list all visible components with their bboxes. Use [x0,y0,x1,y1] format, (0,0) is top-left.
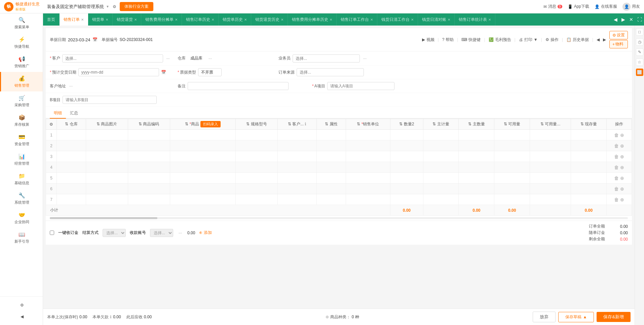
row-2-code[interactable] [128,140,170,151]
th-image-sort[interactable]: ⇅ [97,122,100,126]
row-2-spec[interactable] [236,140,278,151]
row-4-delete-btn[interactable]: 🗑 [614,165,619,170]
sidebar-item-marketing[interactable]: 📢 营销推广 [0,52,43,72]
sidebar-item-finance[interactable]: 💳 资金管理 [0,130,43,150]
sidebar-item-inventory[interactable]: 📦 库存核算 [0,111,43,130]
toolbar-profit[interactable]: 💹 毛利预告 [489,37,511,43]
settings-btn[interactable]: ⚙ 设置 [609,31,628,39]
tab-home[interactable]: 首页 [43,13,60,26]
row-5-unit[interactable] [346,173,390,184]
row-1-product[interactable] [170,130,235,140]
th-code-sort[interactable]: ⇅ [139,122,142,126]
sidebar-item-search[interactable]: 🔍 搜索菜单 [0,13,43,33]
aproject-input[interactable] [327,82,394,90]
invoice-select[interactable]: 不开票 [198,68,222,76]
toolbar-history[interactable]: 📋 历史单据 [566,37,589,43]
tab-summary[interactable]: 汇总 [66,108,82,119]
sidebar-item-system[interactable]: 🔧 系统管理 [0,189,43,208]
row-5-spec[interactable] [236,173,278,184]
row-1-qty2[interactable] [390,130,423,140]
row-7-attribute[interactable] [317,194,346,205]
account-select[interactable]: 选择... [150,229,173,237]
scrollbar-track[interactable] [50,217,628,219]
staff-input[interactable] [293,54,360,63]
rp-btn-3[interactable]: ✎ [636,48,643,56]
tab-close-expense-history[interactable]: ✕ [330,18,332,22]
tab-sales-order[interactable]: 销售订单 ✕ [60,13,88,26]
row-3-copy-btn[interactable]: ⊕ [620,154,624,159]
row-2-custcode[interactable] [278,140,317,151]
row-1-attribute[interactable] [317,130,346,140]
tab-stats[interactable]: 销售订单统计表 ✕ [455,13,495,26]
row-1-spec[interactable] [236,130,278,140]
tab-order-history[interactable]: 销售订单历史 ✕ [182,13,219,26]
row-4-code[interactable] [128,162,170,173]
row-4-copy-btn[interactable]: ⊕ [620,165,624,170]
scan-btn[interactable]: 扫码录入 [200,121,221,127]
row-1-custcode[interactable] [278,130,317,140]
user-item[interactable]: 👤 用友 [622,3,640,11]
warehouse-ellipsis[interactable]: ··· [207,56,213,61]
tab-detail[interactable]: 明细 [50,108,66,119]
tab-shipment-history[interactable]: 销货单历史 ✕ [219,13,251,26]
row-5-copy-btn[interactable]: ⊕ [620,175,624,181]
row-4-attribute[interactable] [317,162,346,173]
row-6-warehouse[interactable] [57,184,86,194]
th-unit-sort[interactable]: ⇅ [357,122,360,126]
sidebar-item-guide[interactable]: 📖 新手引导 [0,228,43,247]
th-spec-sort[interactable]: ⇅ [246,122,250,126]
row-7-product[interactable] [170,194,235,205]
sidebar-item-basic[interactable]: 📁 基础信息 [0,169,43,189]
row-6-code[interactable] [128,184,170,194]
rp-btn-4[interactable]: ☆ [636,58,643,66]
row-2-product[interactable] [170,140,235,151]
solution-btn[interactable]: 体验行业方案 [120,2,153,11]
toolbar-shortcut[interactable]: ⌨ 快捷键 [461,37,481,43]
staff-ellipsis[interactable]: ··· [362,56,368,61]
sidebar-item-purchase[interactable]: 🛒 采购管理 [0,91,43,111]
row-3-product[interactable] [170,151,235,162]
th-mainunit-sort[interactable]: ⇅ [432,122,436,126]
save-draft-btn[interactable]: 保存草稿 ▲ [558,312,594,322]
row-4-warehouse[interactable] [57,162,86,173]
toolbar-next[interactable]: ▶ [603,37,606,42]
row-6-custcode[interactable] [278,184,317,194]
tab-close-return-history[interactable]: ✕ [281,18,283,22]
tab-expense[interactable]: 销售费用分摊单 ✕ [141,13,182,26]
row-1-mainqty[interactable] [459,130,494,140]
scrollbar-thumb[interactable] [50,217,157,219]
payment-method-select[interactable]: 选择... [103,229,126,237]
save-new-btn[interactable]: 保存&新增 [597,312,631,322]
row-4-qty2[interactable] [390,162,423,173]
th-config[interactable]: ⚙ [46,119,57,130]
add-material-btn[interactable]: + 物料 [609,40,628,48]
row-7-mainqty[interactable] [459,194,494,205]
sidebar-collapse[interactable]: ◀ [0,311,43,322]
row-7-warehouse[interactable] [57,194,86,205]
tab-close-order-workbench[interactable]: ✕ [370,18,373,22]
bproject-input[interactable] [63,96,157,104]
toolbar-ops[interactable]: ⚙ 操作 [545,37,559,43]
row-4-mainqty[interactable] [459,162,494,173]
row-2-mainqty[interactable] [459,140,494,151]
rp-btn-5[interactable]: ⬜ [636,69,643,76]
tab-close-order-history[interactable]: ✕ [212,18,214,22]
row-3-mainqty[interactable] [459,151,494,162]
row-6-spec[interactable] [236,184,278,194]
th-product-sort[interactable]: ⇅ [185,122,188,126]
row-7-unit[interactable] [346,194,390,205]
toolbar-view[interactable]: ▶ 视频 [422,37,434,43]
address-ellipsis[interactable]: ··· [68,84,74,88]
th-stock-sort[interactable]: ⇅ [580,122,584,126]
tab-prev-btn[interactable]: ◀ [612,17,619,22]
row-3-warehouse[interactable] [57,151,86,162]
th-available2-sort[interactable]: ⇅ [540,122,544,126]
tab-close-reconcile[interactable]: ✕ [448,18,450,22]
row-5-attribute[interactable] [317,173,346,184]
th-qty2-sort[interactable]: ⇅ [399,122,403,126]
row-7-delete-btn[interactable]: 🗑 [614,197,619,202]
row-7-custcode[interactable] [278,194,317,205]
message-item[interactable]: ✉ 消息 9 [543,4,562,9]
tab-close-sales-shipment[interactable]: ✕ [106,18,108,22]
tab-sales-return[interactable]: 销货退货 ✕ [113,13,141,26]
